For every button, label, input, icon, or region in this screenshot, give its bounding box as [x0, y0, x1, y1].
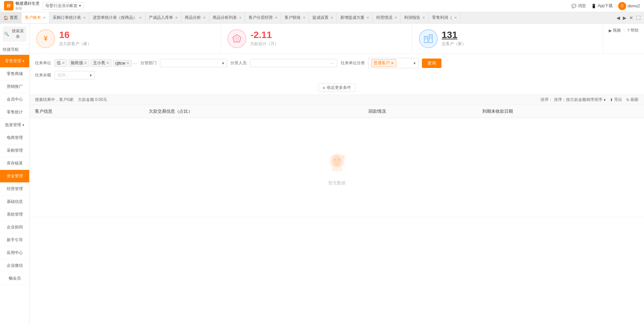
stat-number-overdue: 16: [59, 30, 91, 40]
sidebar-item-enterprise-wechat[interactable]: 企业微信: [0, 259, 29, 272]
sidebar-item-retail-stats[interactable]: 零售统计: [0, 106, 29, 119]
user-menu[interactable]: D demo2: [618, 2, 640, 10]
top-bar-left: 好 畅捷通好生意 标版 母婴行业演示帐套 ▾: [4, 1, 84, 10]
chevron-up-icon: ∧: [323, 85, 326, 90]
message-btn[interactable]: 💬 消息: [571, 3, 586, 9]
tab-close-product-analysis-list[interactable]: ✕: [239, 16, 242, 20]
tab-close-operation-status[interactable]: ✕: [394, 16, 397, 20]
tab-purchase-order-label: 采购订单统计表: [53, 15, 81, 21]
empty-cell: 暂无数据: [30, 118, 644, 217]
sidebar-item-marketing[interactable]: 营销推广: [0, 80, 29, 93]
svg-rect-9: [431, 36, 432, 36]
tab-close-new-raise-plan[interactable]: ✕: [367, 16, 369, 20]
sidebar-item-member-plus[interactable]: 畅会员: [0, 272, 29, 285]
tab-new-raise-plan[interactable]: 新增提成方案 ✕: [337, 12, 373, 24]
filter-tag-wang-remove[interactable]: ✕: [106, 61, 109, 65]
svg-rect-4: [425, 37, 426, 38]
app-download-btn[interactable]: 📱 App下载: [591, 3, 613, 9]
sidebar-item-member-center[interactable]: 会员中心: [0, 93, 29, 106]
diamond-icon: [232, 34, 242, 43]
building-icon: [423, 34, 433, 44]
collapse-row: ∧ 收起更多条件: [35, 82, 639, 93]
tab-customer-contact-label: 客户联络: [285, 15, 301, 21]
filter-tag-chen-remove[interactable]: ✕: [84, 61, 87, 65]
tab-product-analysis-list[interactable]: 商品分析列表 ✕: [209, 12, 245, 24]
collapse-button[interactable]: ∧ 收起更多条件: [318, 83, 355, 92]
stat-total-customers: 131 总客户（家）: [412, 24, 603, 53]
sort-select[interactable]: 排序： 排序：按欠款金额倒序排序 ▾: [541, 97, 606, 103]
sidebar-item-retail-mgmt[interactable]: 零售管理 ▾: [0, 55, 29, 68]
tab-retail-profit[interactable]: 零售利润（ ✕: [429, 12, 461, 24]
tab-close-customer-layer[interactable]: ✕: [275, 16, 277, 20]
tab-close-raise-settings[interactable]: ✕: [331, 16, 333, 20]
query-button[interactable]: 查询: [422, 59, 441, 68]
tab-fullscreen-btn[interactable]: ⛶: [635, 14, 641, 21]
sidebar-item-capital-mgmt-label: 资金管理: [7, 173, 23, 179]
chevron-down-icon-remainder: ▾: [90, 73, 92, 78]
tab-product-analysis[interactable]: 商品分析 ✕: [181, 12, 209, 24]
tab-customer-account[interactable]: 客户账本 ✕: [22, 12, 49, 24]
svg-marker-1: [234, 36, 240, 41]
col-overdue-date: 到期未收款日期: [477, 105, 644, 118]
filter-remainder-select[interactable]: 选择... ▾: [54, 71, 95, 79]
help-link[interactable]: ? 帮助: [627, 28, 639, 33]
tab-customer-contact[interactable]: 客户联络 ✕: [281, 12, 309, 24]
filter-person-select[interactable]: ···: [250, 59, 337, 67]
suite-dropdown[interactable]: 母婴行业演示帐套 ▾: [42, 2, 84, 10]
sidebar-quick-nav[interactable]: 快捷导航: [0, 45, 29, 55]
sidebar-item-enterprise-coop[interactable]: 企业协同: [0, 221, 29, 234]
sidebar-item-system-mgmt[interactable]: 系统管理: [0, 208, 29, 221]
filter-unit-category-remove[interactable]: ✕: [391, 61, 394, 66]
stat-icon-total: [419, 29, 438, 48]
sidebar-item-ecommerce-mgmt-label: 电商管理: [7, 135, 23, 141]
tab-operation-status[interactable]: 经营情况 ✕: [373, 12, 401, 24]
tab-close-customer-account[interactable]: ✕: [43, 16, 46, 20]
sidebar-item-app-center[interactable]: 应用中心: [0, 247, 29, 259]
tab-purchase-stats[interactable]: 进货单统计表（按商品） ✕: [89, 12, 145, 24]
sidebar-item-wholesale-mgmt[interactable]: 批发管理 ▾: [0, 119, 29, 132]
filter-dept-select[interactable]: ▾: [160, 59, 227, 67]
refresh-btn[interactable]: ↻ 刷新: [626, 97, 639, 103]
video-link[interactable]: ▶ 视频: [609, 28, 621, 33]
tab-home[interactable]: 🏠 首页: [0, 12, 22, 24]
tab-prev-btn[interactable]: ◀: [616, 14, 621, 21]
tab-close-purchase-order[interactable]: ✕: [83, 16, 86, 20]
filter-unit-category-value: 普通客户 ✕: [371, 59, 396, 67]
tab-close-product-analysis[interactable]: ✕: [203, 16, 206, 20]
search-menu-btn[interactable]: 🔍 搜索菜单: [3, 26, 27, 42]
tab-close-customer-contact[interactable]: ✕: [303, 16, 305, 20]
tab-raise-settings[interactable]: 提成设置 ✕: [309, 12, 337, 24]
export-btn[interactable]: ⬆ 导出: [610, 97, 622, 103]
tab-close-retail-profit[interactable]: ✕: [454, 16, 457, 20]
tab-next-btn[interactable]: ▶: [622, 14, 627, 21]
filter-unit-category-select[interactable]: 普通客户 ✕ ▾: [368, 58, 419, 68]
svg-rect-10: [430, 37, 430, 38]
top-bar-right: 💬 消息 📱 App下载 D demo2: [571, 2, 640, 10]
stat-number-total: 131: [442, 30, 466, 40]
sidebar-item-retail-mall-label: 零售商城: [7, 71, 23, 77]
chevron-down-icon-dept: ▾: [222, 61, 224, 66]
sidebar-item-basic-info-label: 基础信息: [7, 199, 23, 205]
sidebar-item-retail-mall[interactable]: 零售商城: [0, 68, 29, 80]
tab-close-purchase-stats[interactable]: ✕: [139, 16, 142, 20]
sidebar-item-inventory[interactable]: 库存核算: [0, 157, 29, 170]
tab-close-all-btn[interactable]: ✕: [629, 14, 634, 21]
tab-close-product-inbound[interactable]: ✕: [175, 16, 178, 20]
sidebar-item-operation-mgmt[interactable]: 经营管理: [0, 183, 29, 195]
sidebar-item-new-guide[interactable]: 新手引导: [0, 234, 29, 247]
sidebar-item-basic-info[interactable]: 基础信息: [0, 195, 29, 208]
filter-tag-cjttcw-remove[interactable]: ✕: [126, 61, 129, 65]
tab-purchase-order[interactable]: 采购订单统计表 ✕: [49, 12, 89, 24]
tab-close-profit-report[interactable]: ✕: [422, 16, 425, 20]
sidebar-item-purchase-mgmt[interactable]: 采购管理: [0, 144, 29, 157]
tab-profit-report[interactable]: 利润报告 ✕: [401, 12, 429, 24]
tab-product-inbound[interactable]: 产成品入库单 ✕: [145, 12, 181, 24]
tab-customer-layer[interactable]: 客户分层经营 ✕: [245, 12, 281, 24]
tab-bar: 🏠 首页 客户账本 ✕ 采购订单统计表 ✕ 进货单统计表（按商品） ✕ 产成品入…: [0, 12, 644, 24]
filter-person-more[interactable]: ···: [331, 61, 334, 66]
logo-icon: 好: [4, 1, 13, 10]
filter-tag-wu-remove[interactable]: ✕: [62, 61, 65, 65]
filter-tags-more[interactable]: ···: [133, 61, 137, 66]
sidebar-item-capital-mgmt[interactable]: 资金管理: [0, 170, 29, 183]
sidebar-item-ecommerce-mgmt[interactable]: 电商管理: [0, 132, 29, 144]
